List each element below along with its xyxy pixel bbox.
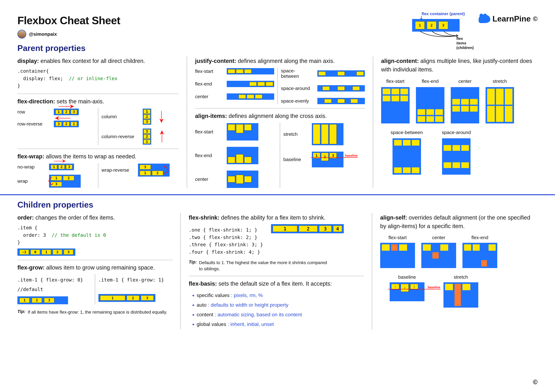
justify-content-property: justify-content: defines alignment along…: [195, 57, 365, 65]
ai-baseline: baseline: [283, 157, 307, 162]
display-property: display: enables flex context for all di…: [17, 57, 179, 65]
order-item: 3: [64, 249, 73, 255]
fd-col-label: column: [102, 114, 138, 119]
fg-code-b: .item-1 { flex-grow: 1}: [98, 276, 173, 284]
align-content-row2: space-between space-around: [381, 130, 538, 175]
parent-row: display: enables flex context for all di…: [17, 57, 538, 188]
flex-direction-property: flex-direction: sets the main-axis.: [17, 97, 179, 106]
ac-space-around: space-around: [442, 130, 471, 135]
brand-logo: LearnPine ©: [479, 14, 538, 23]
as-center: center: [432, 235, 445, 240]
copyright-footer-icon: ©: [533, 378, 538, 386]
order-item: -1: [20, 249, 29, 255]
flex-basis-property: flex-basis: sets the default size of a f…: [189, 279, 364, 288]
order-item: 2: [53, 249, 62, 255]
flex-basis-list: specific values : pixels, rm, % auto : d…: [189, 291, 364, 329]
arrow-right-icon: ───➤: [58, 103, 73, 110]
fw-wrap-label: wrap: [17, 178, 44, 184]
baseline-tag: baseline: [345, 154, 358, 157]
section-heading-children: Children properties: [17, 200, 538, 209]
author-handle: @simonpaix: [29, 31, 57, 37]
as-baseline-tag: baseline: [428, 285, 440, 289]
children-row: order: changes the order of flex items. …: [17, 213, 538, 329]
flex-wrap-property: flex-wrap: allows the items to wrap as n…: [17, 152, 179, 161]
avatar: [17, 30, 26, 39]
section-divider: [0, 194, 555, 195]
fg-default: //default: [17, 286, 92, 293]
jc-center: center: [195, 94, 222, 99]
copyright-icon: ©: [533, 15, 538, 22]
fd-row-rev-label: row-reverse: [17, 121, 49, 127]
fg-tip-label: Tip:: [17, 309, 25, 314]
align-self-property: align-self: overrides default alignment …: [380, 213, 538, 230]
ac-center: center: [458, 78, 471, 84]
ac-flex-end: flex-end: [422, 78, 439, 84]
legend-items-label: flex items (children): [456, 36, 474, 50]
fd-col-rev-label: column-reverse: [102, 134, 138, 139]
legend-container-label: flex container (parent): [422, 11, 465, 16]
ac-flex-start: flex-start: [386, 78, 404, 84]
flex-shrink-property: flex-shrink: defines the ability for a f…: [189, 213, 364, 222]
jc-space-evenly: space-evenly: [281, 98, 313, 104]
fd-row-label: row: [17, 109, 49, 114]
jc-flex-start: flex-start: [195, 69, 222, 74]
jc-flex-end: flex-end: [195, 81, 222, 87]
brand-name: LearnPine: [492, 14, 531, 23]
wrap-arrow-icon: [45, 176, 53, 187]
order-item: 1: [42, 249, 51, 255]
arrow-left-icon: ───➤: [55, 114, 70, 121]
arrow-up-icon: ──➤: [158, 131, 165, 142]
align-items-property: align-items: defines alignment along the…: [195, 112, 365, 120]
as-flex-start: flex-start: [388, 235, 407, 240]
fw-wraprev-label: wrap-reverse: [102, 167, 133, 173]
fs-tip-label: Tip:: [189, 260, 197, 265]
align-content-property: align-content: aligns multiple lines, li…: [381, 57, 538, 74]
order-property: order: changes the order of flex items.: [17, 213, 172, 222]
fs-item: 3: [319, 226, 332, 232]
fs-item: 4: [333, 226, 342, 232]
arrow-icon: [420, 16, 423, 21]
wrap-rev-arrow-icon: [163, 165, 172, 176]
elephant-icon: [479, 14, 490, 23]
arrow-right-icon: ───➤: [54, 158, 65, 164]
jc-space-between: space-between: [281, 68, 313, 79]
fs-code: .one { flex-shrink: 1; } .two { flex-shr…: [189, 226, 263, 256]
fw-nowrap-label: no-wrap: [17, 164, 44, 170]
jc-space-around: space-around: [281, 86, 313, 91]
ai-center: center: [195, 177, 222, 182]
ac-stretch: stretch: [493, 78, 507, 84]
as-stretch: stretch: [454, 274, 468, 280]
legend-item: 1: [415, 21, 425, 29]
as-flex-end: flex-end: [471, 235, 488, 240]
top-right-area: flex container (parent) 1 2 3 flex items…: [412, 14, 538, 46]
align-content-row1: flex-start flex-end center stretch: [381, 78, 538, 123]
order-item: 0: [30, 249, 40, 255]
fs-item: 2: [299, 226, 317, 232]
fg-tip-body: If all items have flex-grow: 1, the rema…: [28, 309, 167, 315]
display-code: .container{ display: flex; // or inline-…: [17, 67, 179, 90]
legend-item: 3: [438, 21, 448, 29]
flex-grow-property: flex-grow: allows item to grow using rem…: [17, 263, 172, 272]
ac-space-between: space-between: [391, 130, 423, 135]
as-baseline: baseline: [398, 274, 416, 280]
ai-flex-start: flex-start: [195, 129, 222, 135]
ai-flex-end: flex-end: [195, 153, 222, 158]
fg-code-a: .item-1 { flex-grow: 0}: [17, 276, 92, 284]
ai-stretch: stretch: [283, 131, 307, 137]
order-code: .item { order: 3 // the default is 0 }: [17, 224, 172, 246]
fs-tip-body: Defaults to 1. The highest the value the…: [199, 260, 329, 272]
legend: flex container (parent) 1 2 3 flex items…: [412, 14, 469, 46]
legend-item: 2: [427, 21, 436, 29]
arrow-down-icon: ──➤: [158, 111, 165, 122]
fs-item: 1: [273, 226, 297, 232]
